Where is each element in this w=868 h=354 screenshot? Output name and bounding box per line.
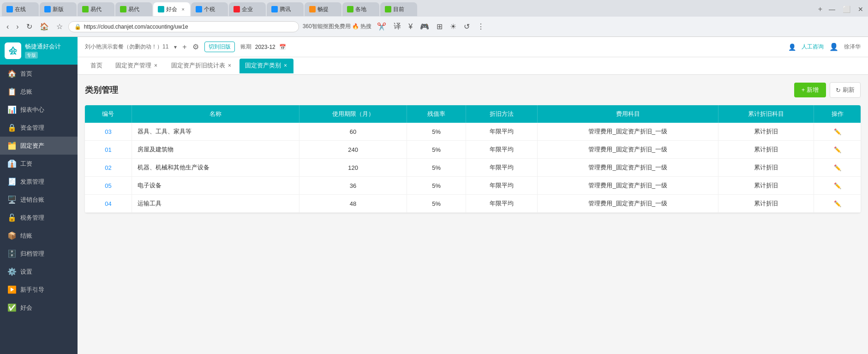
page-tab-0[interactable]: 首页: [85, 59, 108, 73]
sidebar-label-9: 结账: [20, 232, 32, 240]
table-cell-3-4: 年限平均: [466, 177, 538, 195]
sidebar-item-总账[interactable]: 📋总账: [0, 83, 78, 101]
page-tab-2[interactable]: 固定资产折旧统计表 ×: [166, 59, 238, 73]
switch-old-version-button[interactable]: 切到旧版: [204, 42, 235, 52]
page-tab-close-3[interactable]: ×: [283, 62, 288, 69]
sidebar-icon-8: 🔓: [7, 213, 17, 222]
browser-tab-favicon-0: [6, 6, 13, 12]
table-cell-3-1: 电子设备: [132, 177, 299, 195]
sidebar-item-结账[interactable]: 📦结账: [0, 227, 78, 245]
browser-tab-8[interactable]: 畅提: [305, 2, 341, 16]
forward-button[interactable]: ›: [14, 22, 20, 32]
table-cell-2-6: 累计折旧: [718, 159, 814, 177]
browser-chrome: 在线新版易代易代好会×个税企业腾讯畅提各地目前 + — ⬜ ✕ ‹ › ↻ 🏠 …: [0, 0, 868, 37]
sidebar-label-12: 新手引导: [20, 286, 44, 294]
browser-tab-5[interactable]: 个税: [191, 2, 228, 16]
browser-tab-close-4[interactable]: ×: [181, 6, 186, 12]
extension-grid[interactable]: ⊞: [435, 21, 444, 32]
table-cell-2-2: 120: [299, 159, 407, 177]
refresh-button[interactable]: ↻ 刷新: [830, 82, 861, 98]
sidebar-item-报表中心[interactable]: 📊报表中心: [0, 101, 78, 119]
extension-translate[interactable]: 译: [392, 21, 403, 32]
edit-button-row-2[interactable]: ✏️: [814, 159, 861, 177]
table-cell-1-6: 累计折旧: [718, 141, 814, 159]
sidebar-item-新手引导[interactable]: ▶️新手引导: [0, 281, 78, 299]
browser-tab-2[interactable]: 易代: [78, 2, 114, 16]
edit-button-row-1[interactable]: ✏️: [814, 141, 861, 159]
page-tab-3[interactable]: 固定资产类别 ×: [239, 59, 293, 73]
table-row: 03器具、工具、家具等605%年限平均管理费用_固定资产折旧_一级累计折旧✏️: [85, 123, 861, 141]
add-new-button[interactable]: + 新增: [794, 83, 826, 97]
page-tabs-container: 首页固定资产管理 ×固定资产折旧统计表 ×固定资产类别 ×: [85, 59, 293, 73]
sidebar-item-设置[interactable]: ⚙️设置: [0, 263, 78, 281]
table-cell-0-4: 年限平均: [466, 123, 538, 141]
browser-menu-button[interactable]: ⋮: [475, 21, 486, 32]
close-window-button[interactable]: ✕: [855, 5, 866, 14]
extension-wallet[interactable]: ¥: [407, 22, 414, 32]
browser-tab-label-6: 企业: [242, 6, 253, 13]
browser-tab-favicon-5: [196, 6, 202, 12]
page-tab-close-2[interactable]: ×: [227, 62, 232, 69]
sidebar-icon-13: ✅: [7, 303, 17, 312]
sidebar-item-资金管理[interactable]: 🔒资金管理: [0, 119, 78, 137]
browser-toolbar: ‹ › ↻ 🏠 ☆ 🔒 https://cloud.chanjet.com/ac…: [0, 17, 868, 37]
sidebar-item-好会[interactable]: ✅好会: [0, 299, 78, 317]
sidebar-icon-7: 🖥️: [7, 195, 17, 204]
extension-game[interactable]: 🎮: [418, 21, 431, 32]
sidebar-item-归档管理[interactable]: 🗄️归档管理: [0, 245, 78, 263]
back-button[interactable]: ‹: [5, 22, 11, 32]
browser-tab-7[interactable]: 腾讯: [267, 2, 304, 16]
edit-button-row-0[interactable]: ✏️: [814, 123, 861, 141]
browser-tab-10[interactable]: 目前: [380, 2, 417, 16]
browser-tab-1[interactable]: 新版: [40, 2, 77, 16]
sidebar-item-进销台账[interactable]: 🖥️进销台账: [0, 191, 78, 209]
calendar-icon[interactable]: 📅: [279, 44, 286, 50]
add-demo-button[interactable]: +: [182, 43, 186, 51]
dropdown-arrow[interactable]: ▾: [174, 44, 177, 50]
table-cell-1-5: 管理费用_固定资产折旧_一级: [537, 141, 718, 159]
sidebar-item-税务管理[interactable]: 🔓税务管理: [0, 209, 78, 227]
table-cell-4-3: 5%: [407, 195, 466, 213]
home-button[interactable]: 🏠: [38, 21, 51, 32]
table-header-6: 累计折旧科目: [718, 105, 814, 123]
table-cell-1-2: 240: [299, 141, 407, 159]
browser-tab-4[interactable]: 好会×: [153, 2, 190, 16]
table-cell-3-0: 05: [85, 177, 132, 195]
page-body: 类别管理 + 新增 ↻ 刷新 编号名称使用期限（月）残值率折旧方法费用科目累计折…: [78, 75, 868, 354]
sidebar-item-工资[interactable]: 👔工资: [0, 155, 78, 173]
maximize-button[interactable]: ⬜: [840, 5, 853, 14]
browser-tab-9[interactable]: 各地: [342, 2, 379, 16]
sidebar-icon-10: 🗄️: [7, 249, 17, 258]
table-cell-2-5: 管理费用_固定资产折旧_一级: [537, 159, 718, 177]
browser-tab-3[interactable]: 易代: [115, 2, 152, 16]
sidebar-item-发票管理[interactable]: 🧾发票管理: [0, 173, 78, 191]
period-value: 2023-12: [255, 44, 275, 50]
minimize-button[interactable]: —: [826, 5, 838, 14]
table-row: 04运输工具485%年限平均管理费用_固定资产折旧_一级累计折旧✏️: [85, 195, 861, 213]
extension-scissors[interactable]: ✂️: [375, 21, 388, 32]
extension-history[interactable]: ↺: [462, 21, 472, 32]
settings-gear-button[interactable]: ⚙: [192, 42, 199, 51]
browser-tab-0[interactable]: 在线: [2, 2, 39, 16]
sidebar-icon-9: 📦: [7, 231, 17, 240]
sidebar-item-固定资产[interactable]: 🗂️固定资产: [0, 137, 78, 155]
support-label[interactable]: 人工咨询: [802, 43, 824, 51]
reload-button[interactable]: ↻: [24, 21, 34, 32]
page-tab-label-3: 固定资产类别: [245, 61, 281, 70]
edit-button-row-3[interactable]: ✏️: [814, 177, 861, 195]
browser-tab-6[interactable]: 企业: [229, 2, 266, 16]
extension-brightness[interactable]: ☀: [448, 21, 458, 32]
address-bar[interactable]: 🔒 https://cloud.chanjet.com/accounting/u…: [68, 21, 299, 32]
new-tab-button[interactable]: +: [815, 4, 825, 14]
page-tab-close-1[interactable]: ×: [153, 62, 158, 69]
table-header-0: 编号: [85, 105, 132, 123]
page-tab-1[interactable]: 固定资产管理 ×: [110, 59, 164, 73]
bookmark-button[interactable]: ☆: [54, 21, 65, 32]
page-title: 类别管理: [85, 84, 118, 96]
sidebar-item-首页[interactable]: 🏠首页: [0, 65, 78, 83]
sidebar-icon-1: 📋: [7, 87, 17, 96]
browser-tabs-bar: 在线新版易代易代好会×个税企业腾讯畅提各地目前 + — ⬜ ✕: [0, 0, 868, 17]
url-text: https://cloud.chanjet.com/accounting/uw1…: [84, 24, 188, 30]
edit-button-row-4[interactable]: ✏️: [814, 195, 861, 213]
browser-tab-favicon-2: [82, 6, 89, 12]
